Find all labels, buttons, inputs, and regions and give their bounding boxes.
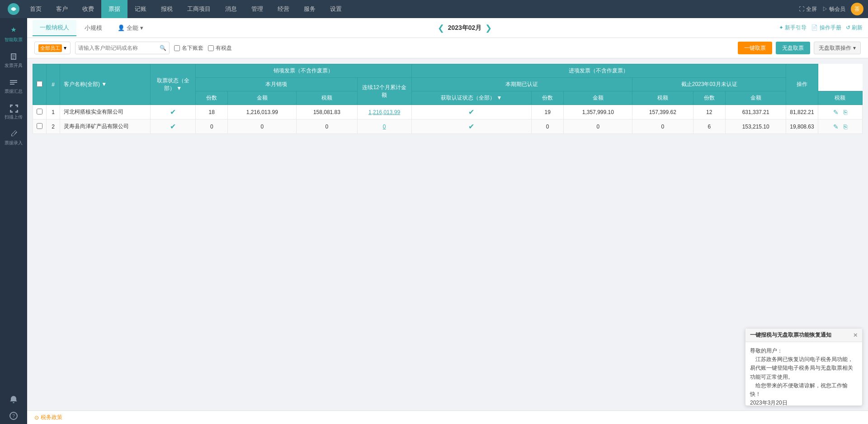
row2-purchase-count: 0 bbox=[531, 119, 563, 134]
sub-account-check[interactable]: 名下账套 bbox=[174, 44, 203, 52]
copy-icon[interactable]: ⎘ bbox=[844, 123, 847, 130]
sidebar-item-help[interactable]: ? bbox=[7, 408, 20, 424]
prev-month-btn[interactable]: ❮ bbox=[438, 23, 444, 33]
search-icon[interactable]: 🔍 bbox=[160, 45, 166, 51]
col-current-period-certified-header: 本期期已认证 bbox=[411, 78, 632, 91]
col-customer-header: 客户名称(全部) ▼ bbox=[60, 64, 151, 105]
sidebar-item-scan[interactable]: 扫描上传 bbox=[0, 100, 27, 124]
col-uncert-amount-header: 金额 bbox=[726, 91, 786, 105]
sidebar-bottom: ? bbox=[7, 391, 20, 424]
tax-disk-checkbox[interactable] bbox=[208, 45, 214, 51]
col-until-march-header: 截止2023年03月未认证 bbox=[632, 78, 786, 91]
table-row: 1 河北柯搭核实业有限公司 ✔ 18 1,216,013.99 158,081.… bbox=[33, 105, 863, 119]
fullscreen-btn[interactable]: ⛶ 全屏 bbox=[799, 5, 816, 13]
notification-title: 一键报税与无盘取票功能恢复通知 bbox=[750, 331, 831, 339]
nav-operation[interactable]: 经营 bbox=[270, 0, 297, 18]
tax-icon: ⊙ bbox=[34, 414, 39, 421]
nav-tax[interactable]: 报税 bbox=[154, 0, 180, 18]
no-disk-tax-btn[interactable]: 无盘取票 bbox=[776, 42, 810, 54]
row2-checkbox[interactable] bbox=[33, 119, 47, 134]
sidebar-item-notify[interactable] bbox=[7, 391, 20, 408]
col-consecutive12-header: 连续12个月累计金额 bbox=[357, 78, 411, 105]
refresh-link[interactable]: ↺ 刷新 bbox=[846, 24, 863, 32]
search-input[interactable] bbox=[78, 45, 160, 51]
nav-manage[interactable]: 管理 bbox=[244, 0, 270, 18]
nav-customer[interactable]: 客户 bbox=[49, 0, 75, 18]
nav-message[interactable]: 消息 bbox=[218, 0, 244, 18]
main-layout: 智能取票 发票开具 票据汇总 扫描上传 票据录入 ? bbox=[0, 18, 868, 424]
sidebar-item-summary[interactable]: 票据汇总 bbox=[0, 74, 27, 98]
edit-icon[interactable]: ✎ bbox=[833, 123, 839, 130]
avatar[interactable]: 茶 bbox=[851, 3, 863, 15]
employee-select[interactable]: 全部员工 ▾ bbox=[34, 42, 71, 54]
tax-policy-label[interactable]: 税务政策 bbox=[41, 414, 62, 421]
sub-account-checkbox[interactable] bbox=[174, 45, 180, 51]
sidebar-label-summary: 票据汇总 bbox=[5, 88, 23, 95]
row1-consecutive12[interactable]: 1,216,013.99 bbox=[357, 105, 411, 119]
sidebar-item-smart-ticket[interactable]: 智能取票 bbox=[0, 23, 27, 47]
nav-service[interactable]: 服务 bbox=[297, 0, 323, 18]
one-click-tax-btn[interactable]: 一键取票 bbox=[738, 42, 772, 54]
tab-general-taxpayer[interactable]: 一般纳税人 bbox=[33, 20, 76, 36]
row1-tax-status: ✔ bbox=[151, 105, 196, 119]
row2-cert-status: ✔ bbox=[411, 119, 531, 134]
nav-home[interactable]: 首页 bbox=[23, 0, 49, 18]
new-user-guide-link[interactable]: ✦ 新手引导 bbox=[779, 24, 807, 32]
row1-purchase-amount: 1,357,999.10 bbox=[564, 105, 632, 119]
top-navigation: 首页 客户 收费 票据 记账 报税 工商项目 消息 管理 经营 服务 设置 ⛶ … bbox=[0, 0, 868, 18]
svg-text:?: ? bbox=[12, 414, 15, 419]
data-table-wrap: # 客户名称(全部) ▼ 取票状态（全部） ▼ 销项发票（不含作废票） 进项发票… bbox=[27, 58, 868, 139]
main-content: 一般纳税人 小规模 👤 全能 ▾ ❮ 2023年02月 ❯ ✦ 新手引导 📄 操… bbox=[27, 18, 868, 424]
sidebar-label-entry: 票据录入 bbox=[5, 140, 23, 146]
row2-tax-status: ✔ bbox=[151, 119, 196, 134]
nav-fee[interactable]: 收费 bbox=[75, 0, 101, 18]
nav-items: 首页 客户 收费 票据 记账 报税 工商项目 消息 管理 经营 服务 设置 bbox=[23, 0, 799, 18]
nav-invoice[interactable]: 票据 bbox=[101, 0, 127, 18]
row2-uncert-tax: 19,808.63 bbox=[786, 119, 818, 134]
row2-customer: 灵寿县尚泽矿产品有限公司 bbox=[60, 119, 151, 134]
nav-settings[interactable]: 设置 bbox=[323, 0, 349, 18]
col-tax-status-header: 取票状态（全部） ▼ bbox=[151, 64, 196, 105]
col-sales-count-header: 份数 bbox=[196, 91, 228, 105]
chevron-down-icon: ▾ bbox=[140, 24, 143, 31]
app-logo bbox=[5, 0, 23, 18]
sidebar-label-smart: 智能取票 bbox=[5, 37, 23, 43]
tab-small-scale[interactable]: 小规模 bbox=[77, 20, 109, 36]
copy-icon[interactable]: ⎘ bbox=[844, 109, 847, 116]
vip-btn[interactable]: ▷ 畅会员 bbox=[822, 5, 845, 13]
row2-num: 2 bbox=[47, 119, 60, 134]
row2-uncert-amount: 153,215.10 bbox=[726, 119, 786, 134]
select-all-checkbox[interactable] bbox=[37, 81, 42, 87]
tab-all[interactable]: 👤 全能 ▾ bbox=[110, 20, 151, 36]
row1-checkbox[interactable] bbox=[33, 105, 47, 119]
chevron-down-icon: ▾ bbox=[853, 45, 856, 51]
col-uncert-count-header: 份数 bbox=[693, 91, 725, 105]
col-num-header: # bbox=[47, 64, 60, 105]
tax-disk-check[interactable]: 有税盘 bbox=[208, 44, 232, 52]
nav-business[interactable]: 工商项目 bbox=[180, 0, 218, 18]
sidebar: 智能取票 发票开具 票据汇总 扫描上传 票据录入 ? bbox=[0, 18, 27, 424]
edit-icon[interactable]: ✎ bbox=[833, 109, 839, 116]
top-right-actions: ⛶ 全屏 ▷ 畅会员 茶 bbox=[799, 3, 863, 15]
sidebar-item-invoice-open[interactable]: 发票开具 bbox=[0, 48, 27, 72]
next-month-btn[interactable]: ❯ bbox=[485, 23, 492, 33]
notification-scroll[interactable]: 尊敬的用户： 江苏政务网已恢复访问电子税务局功能，易代账一键登陆电子税务局与无盘… bbox=[745, 342, 862, 405]
tab-row: 一般纳税人 小规模 👤 全能 ▾ ❮ 2023年02月 ❯ ✦ 新手引导 📄 操… bbox=[27, 18, 868, 38]
manual-link[interactable]: 📄 操作手册 bbox=[811, 24, 841, 32]
filter-bar: 全部员工 ▾ 🔍 名下账套 有税盘 一键取票 无盘取票 无盘取票操作 ▾ bbox=[27, 38, 868, 58]
row1-ops: ✎ ⎘ bbox=[818, 105, 862, 119]
row2-sales-tax: 0 bbox=[297, 119, 357, 134]
row2-consecutive12[interactable]: 0 bbox=[357, 119, 411, 134]
col-purchase-amount-header: 金额 bbox=[564, 91, 632, 105]
nav-bookkeeping[interactable]: 记账 bbox=[127, 0, 154, 18]
row2-ops: ✎ ⎘ bbox=[818, 119, 862, 134]
notification-close-btn[interactable]: ✕ bbox=[853, 332, 858, 338]
notification-body: 尊敬的用户： 江苏政务网已恢复访问电子税务局功能，易代账一键登陆电子税务局与无盘… bbox=[745, 342, 862, 405]
tab-right-actions: ✦ 新手引导 📄 操作手册 ↺ 刷新 bbox=[779, 24, 863, 32]
no-disk-ops-btn[interactable]: 无盘取票操作 ▾ bbox=[814, 42, 861, 54]
row1-purchase-tax: 157,399.62 bbox=[632, 105, 693, 119]
sidebar-item-entry[interactable]: 票据录入 bbox=[0, 126, 27, 150]
chevron-down-icon: ▾ bbox=[64, 45, 66, 51]
notification-header: 一键报税与无盘取票功能恢复通知 ✕ bbox=[745, 329, 862, 342]
row2-purchase-amount: 0 bbox=[564, 119, 632, 134]
